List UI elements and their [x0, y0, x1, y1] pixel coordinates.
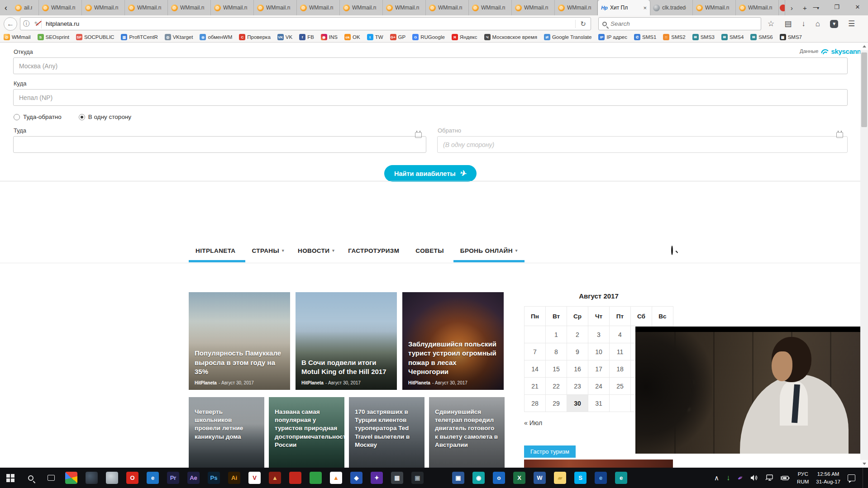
calendar-cell[interactable] — [610, 395, 631, 412]
download-status-icon[interactable]: ↓ — [726, 474, 730, 483]
taskbar-app-icon[interactable]: e — [591, 468, 611, 488]
calendar-cell[interactable]: 7 — [525, 343, 546, 360]
bookmark-star-icon[interactable]: ☆ — [768, 19, 774, 28]
show-desktop-button[interactable] — [863, 468, 865, 488]
scrollbar-down-arrow[interactable] — [860, 460, 868, 468]
nav-item[interactable]: СТРАНЫ ▾ — [245, 241, 291, 261]
hidden-icons-chevron[interactable]: ∧ — [714, 474, 719, 482]
browser-tab[interactable]: @ WMmail.ru — [211, 0, 254, 15]
reading-list-icon[interactable]: ▤ — [784, 19, 792, 28]
search-input[interactable] — [610, 20, 757, 27]
browser-tab[interactable]: @ WMmail.ru — [469, 0, 512, 15]
action-center-icon[interactable] — [848, 474, 855, 481]
bookmark-item[interactable]: G RUGoogle — [412, 34, 445, 40]
scrollbar-up-arrow[interactable] — [860, 43, 868, 50]
home-icon[interactable]: ⌂ — [816, 19, 820, 28]
bookmark-item[interactable]: Ч Московское время — [484, 34, 537, 40]
taskbar-app-icon[interactable]: Ps — [204, 468, 224, 488]
taskbar-app-icon[interactable]: ◉ — [468, 468, 489, 488]
radio-oneway[interactable]: В одну сторону — [79, 114, 131, 120]
video-overlay[interactable] — [635, 327, 861, 454]
nav-item[interactable]: ГАСТРОТУРИЗМ — [341, 241, 409, 261]
browser-tab[interactable]: @ WMmail.ru — [426, 0, 469, 15]
browser-tab[interactable]: Hp Хит Пл × — [598, 0, 650, 15]
browser-tab[interactable]: clk.tradedo — [650, 0, 693, 15]
calendar-cell[interactable]: Пн — [525, 307, 546, 326]
pocket-icon[interactable]: ▼ — [830, 20, 838, 28]
menu-icon[interactable]: ☰ — [848, 19, 855, 28]
site-info-icon[interactable]: ⓘ — [20, 20, 32, 28]
calendar-cell[interactable]: 17 — [588, 360, 610, 378]
network-icon[interactable] — [765, 474, 773, 481]
taskbar-app-icon[interactable]: o — [489, 468, 509, 488]
bookmark-item[interactable]: ▥ ProfiTCentR — [121, 34, 157, 40]
bookmark-item[interactable]: ∷ SMS2 — [663, 34, 685, 40]
bookmark-item[interactable]: VK VK — [277, 34, 292, 40]
bookmark-item[interactable]: G+ GP — [390, 34, 406, 40]
calendar-cell[interactable]: 10 — [588, 343, 610, 360]
browser-tab[interactable] — [779, 0, 785, 15]
bookmark-item[interactable]: @ WMmail — [4, 34, 31, 40]
minimize-button[interactable]: — — [806, 0, 826, 14]
article-title[interactable]: Популярность Памуккале выросла в этом го… — [195, 349, 284, 376]
taskbar-app-icon[interactable]: V — [244, 468, 265, 488]
calendar-cell[interactable]: 30 — [567, 395, 588, 412]
calendar-cell[interactable]: 18 — [610, 360, 631, 378]
article-card[interactable]: Названа самая популярная у туристов прир… — [269, 397, 344, 468]
bookmark-item[interactable]: ◎ VKtarget — [165, 34, 193, 40]
to-input[interactable]: Непал (NP) — [13, 89, 848, 106]
bookmark-item[interactable]: ✉ SMS3 — [692, 34, 715, 40]
article-title[interactable]: В Сочи подвели итоги Motul King of the H… — [301, 358, 391, 377]
bookmark-item[interactable]: ✉ SMS6 — [750, 34, 773, 40]
taskbar-app-icon[interactable]: ▰ — [550, 468, 570, 488]
taskbar-app-icon[interactable]: ▣ — [407, 468, 428, 488]
calendar-cell[interactable]: Пт — [610, 307, 631, 326]
browser-tab[interactable]: @ WMmail.ru — [340, 0, 383, 15]
bookmark-item[interactable]: SP SOCPUBLIC — [76, 34, 114, 40]
nav-item[interactable]: HITPLANETA — [189, 241, 245, 261]
taskbar-app-icon[interactable] — [102, 468, 122, 488]
bookmark-item[interactable]: ok OK — [344, 34, 360, 40]
browser-tab[interactable]: @ WMmail.ru — [254, 0, 297, 15]
taskbar-app-icon[interactable] — [61, 468, 81, 488]
pen-tool-icon[interactable]: ✒ — [736, 473, 745, 483]
taskbar-app-icon[interactable]: ▣ — [448, 468, 468, 488]
task-view-button[interactable] — [41, 468, 61, 488]
taskbar-app-icon[interactable]: e — [143, 468, 163, 488]
taskbar-app-icon[interactable]: Ai — [224, 468, 244, 488]
nav-item[interactable]: СОВЕТЫ — [409, 241, 453, 261]
return-date-input[interactable]: (В одну сторону) — [437, 136, 848, 153]
taskbar-app-icon[interactable] — [285, 468, 305, 488]
close-button[interactable]: ✕ — [847, 0, 868, 14]
calendar-cell[interactable]: 16 — [567, 360, 588, 378]
calendar-cell[interactable]: 1 — [546, 326, 567, 343]
url-bar[interactable]: ⓘ ✎ hitplaneta.ru ↻ — [20, 17, 591, 30]
bookmark-item[interactable]: Я Яндекс — [452, 34, 477, 40]
taskbar-app-icon[interactable]: e — [611, 468, 631, 488]
taskbar-app-icon[interactable] — [81, 468, 102, 488]
article-title[interactable]: Названа самая популярная у туристов прир… — [275, 408, 339, 449]
browser-tab[interactable]: @ WMmail.ru — [297, 0, 340, 15]
browser-tab[interactable]: @ ail.ru — [12, 0, 39, 15]
calendar-cell[interactable]: 11 — [610, 343, 631, 360]
calendar-cell[interactable]: 9 — [567, 343, 588, 360]
nav-item[interactable]: БРОНЬ ОНЛАЙН ▾ — [453, 241, 525, 261]
article-title[interactable]: Четверть школьников провели летние каник… — [195, 408, 258, 441]
calendar-cell[interactable]: Чт — [588, 307, 610, 326]
taskbar-app-icon[interactable]: O — [122, 468, 143, 488]
browser-search-box[interactable] — [598, 17, 761, 30]
calendar-cell[interactable]: 31 — [588, 395, 610, 412]
bookmark-item[interactable]: C Проверка — [239, 34, 271, 40]
browser-tab[interactable]: @ WMmail.ru — [736, 0, 779, 15]
site-search-button[interactable] — [671, 246, 673, 255]
bookmark-item[interactable]: ▦ SMS7 — [780, 34, 802, 40]
browser-tab[interactable]: @ WMmail.ru — [693, 0, 736, 15]
calendar-cell[interactable]: 4 — [610, 326, 631, 343]
calendar-cell[interactable]: 3 — [588, 326, 610, 343]
downloads-icon[interactable]: ↓ — [801, 19, 806, 28]
taskbar-app-icon[interactable]: Pr — [163, 468, 183, 488]
bookmark-item[interactable]: S SEOsprint — [38, 34, 69, 40]
calendar-cell[interactable]: 24 — [588, 378, 610, 395]
gastro-tourism-badge[interactable]: Гастро туризм — [524, 445, 576, 458]
language-indicator[interactable]: РУС RUM — [797, 470, 809, 485]
